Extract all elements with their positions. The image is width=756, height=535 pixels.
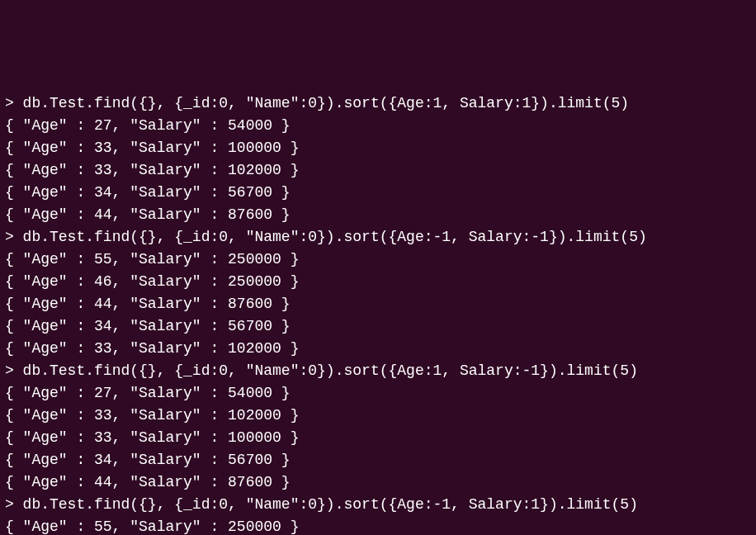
prompt-symbol: >: [5, 95, 23, 111]
command-text: db.Test.find({}, {_id:0, "Name":0}).sort…: [23, 362, 638, 379]
output-line: { "Age" : 34, "Salary" : 56700 }: [5, 315, 751, 338]
output-line: { "Age" : 46, "Salary" : 250000 }: [5, 271, 751, 293]
terminal-output[interactable]: > db.Test.find({}, {_id:0, "Name":0}).so…: [5, 92, 751, 535]
output-line: { "Age" : 33, "Salary" : 100000 }: [5, 137, 751, 159]
output-line: { "Age" : 44, "Salary" : 87600 }: [5, 204, 751, 226]
output-line: { "Age" : 55, "Salary" : 250000 }: [5, 516, 751, 535]
output-line: { "Age" : 44, "Salary" : 87600 }: [5, 471, 751, 494]
command-line: > db.Test.find({}, {_id:0, "Name":0}).so…: [5, 226, 751, 249]
prompt-symbol: >: [5, 362, 23, 379]
output-line: { "Age" : 33, "Salary" : 102000 }: [5, 338, 751, 360]
command-line: > db.Test.find({}, {_id:0, "Name":0}).so…: [5, 494, 751, 516]
output-line: { "Age" : 33, "Salary" : 100000 }: [5, 427, 751, 449]
output-line: { "Age" : 34, "Salary" : 56700 }: [5, 182, 751, 204]
output-line: { "Age" : 27, "Salary" : 54000 }: [5, 382, 751, 405]
output-line: { "Age" : 33, "Salary" : 102000 }: [5, 405, 751, 427]
output-line: { "Age" : 34, "Salary" : 56700 }: [5, 449, 751, 471]
command-text: db.Test.find({}, {_id:0, "Name":0}).sort…: [23, 229, 647, 245]
command-line: > db.Test.find({}, {_id:0, "Name":0}).so…: [5, 360, 751, 382]
output-line: { "Age" : 55, "Salary" : 250000 }: [5, 249, 751, 271]
command-line: > db.Test.find({}, {_id:0, "Name":0}).so…: [5, 92, 751, 115]
prompt-symbol: >: [5, 496, 23, 513]
output-line: { "Age" : 33, "Salary" : 102000 }: [5, 159, 751, 182]
prompt-symbol: >: [5, 229, 23, 245]
command-text: db.Test.find({}, {_id:0, "Name":0}).sort…: [23, 95, 630, 111]
output-line: { "Age" : 27, "Salary" : 54000 }: [5, 115, 751, 137]
command-text: db.Test.find({}, {_id:0, "Name":0}).sort…: [23, 496, 638, 513]
output-line: { "Age" : 44, "Salary" : 87600 }: [5, 293, 751, 315]
